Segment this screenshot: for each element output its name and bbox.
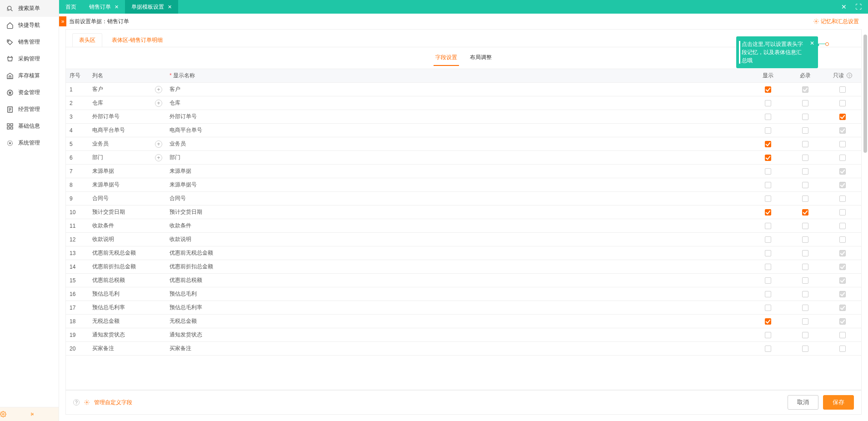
- required-checkbox[interactable]: [802, 250, 808, 256]
- add-field-button[interactable]: +: [155, 154, 162, 161]
- readonly-checkbox[interactable]: [839, 223, 846, 229]
- cell-display[interactable]: 预估总毛利: [166, 287, 749, 301]
- cell-display[interactable]: 来源单据: [166, 165, 749, 178]
- show-checkbox[interactable]: [765, 209, 771, 216]
- sidebar-item-4[interactable]: 库存核算: [0, 67, 59, 84]
- add-field-button[interactable]: +: [155, 86, 162, 93]
- required-checkbox[interactable]: [802, 346, 808, 352]
- required-checkbox[interactable]: [802, 182, 808, 188]
- cell-display[interactable]: 业务员: [166, 137, 749, 151]
- cancel-button[interactable]: 取消: [788, 395, 818, 410]
- sidebar-item-6[interactable]: 经营管理: [0, 101, 59, 118]
- show-checkbox[interactable]: [765, 141, 771, 147]
- cell-display[interactable]: 收款条件: [166, 219, 749, 233]
- close-all-tabs-button[interactable]: ✕: [838, 3, 850, 10]
- required-checkbox[interactable]: [802, 291, 808, 297]
- readonly-checkbox[interactable]: [839, 86, 846, 93]
- required-checkbox[interactable]: [802, 141, 808, 147]
- required-checkbox[interactable]: [802, 264, 808, 270]
- help-icon[interactable]: ?: [847, 73, 852, 78]
- show-checkbox[interactable]: [765, 277, 771, 284]
- cell-display[interactable]: 优惠前无税总金额: [166, 246, 749, 260]
- required-checkbox[interactable]: [802, 277, 808, 284]
- tab-0[interactable]: 首页: [59, 0, 83, 14]
- required-checkbox[interactable]: [802, 155, 808, 161]
- readonly-checkbox[interactable]: [839, 209, 846, 216]
- readonly-checkbox[interactable]: [839, 114, 846, 120]
- cell-display[interactable]: 预计交货日期: [166, 205, 749, 219]
- show-checkbox[interactable]: [765, 182, 771, 188]
- readonly-checkbox[interactable]: [839, 100, 846, 106]
- settings-button[interactable]: [0, 407, 30, 421]
- cell-display[interactable]: 仓库: [166, 96, 749, 110]
- scrollbar[interactable]: [863, 30, 867, 394]
- pill-tab-1[interactable]: 布局调整: [468, 52, 494, 66]
- sidebar-item-3[interactable]: 采购管理: [0, 50, 59, 67]
- readonly-checkbox[interactable]: [839, 332, 846, 338]
- collapse-sidebar-button[interactable]: [30, 407, 59, 421]
- show-checkbox[interactable]: [765, 114, 771, 120]
- sidebar-item-1[interactable]: 快捷导航: [0, 17, 59, 34]
- show-checkbox[interactable]: [765, 332, 771, 338]
- required-checkbox[interactable]: [802, 127, 808, 134]
- required-checkbox[interactable]: [802, 236, 808, 243]
- required-checkbox[interactable]: [802, 223, 808, 229]
- tab-close-icon[interactable]: ✕: [168, 4, 172, 10]
- expand-doc-button[interactable]: »: [59, 16, 66, 26]
- required-checkbox[interactable]: [802, 100, 808, 106]
- cell-display[interactable]: 预估总毛利率: [166, 301, 749, 315]
- cell-display[interactable]: 买家备注: [166, 342, 749, 356]
- add-field-button[interactable]: +: [155, 140, 162, 148]
- tab-1[interactable]: 销售订单✕: [83, 0, 125, 14]
- cell-display[interactable]: 优惠前折扣总金额: [166, 260, 749, 274]
- memory-summary-link[interactable]: 记忆和汇总设置: [813, 18, 859, 25]
- show-checkbox[interactable]: [765, 346, 771, 352]
- sidebar-item-7[interactable]: 基础信息: [0, 118, 59, 135]
- cell-display[interactable]: 优惠前总税额: [166, 274, 749, 287]
- readonly-checkbox[interactable]: [839, 141, 846, 147]
- save-button[interactable]: 保存: [823, 395, 854, 410]
- cell-display[interactable]: 收款说明: [166, 233, 749, 246]
- required-checkbox[interactable]: [802, 305, 808, 311]
- readonly-checkbox[interactable]: [839, 236, 846, 243]
- show-checkbox[interactable]: [765, 195, 771, 202]
- show-checkbox[interactable]: [765, 155, 771, 161]
- show-checkbox[interactable]: [765, 86, 771, 93]
- help-icon[interactable]: ?: [73, 399, 80, 406]
- subtab-0[interactable]: 表头区: [72, 33, 102, 47]
- pill-tab-0[interactable]: 字段设置: [434, 52, 459, 66]
- add-field-button[interactable]: +: [155, 100, 162, 107]
- required-checkbox[interactable]: [802, 168, 808, 175]
- cell-display[interactable]: 部门: [166, 151, 749, 165]
- required-checkbox[interactable]: [802, 195, 808, 202]
- sidebar-item-8[interactable]: 系统管理: [0, 135, 59, 151]
- show-checkbox[interactable]: [765, 305, 771, 311]
- subtab-1[interactable]: 表体区-销售订单明细: [105, 33, 170, 47]
- show-checkbox[interactable]: [765, 250, 771, 256]
- show-checkbox[interactable]: [765, 168, 771, 175]
- show-checkbox[interactable]: [765, 264, 771, 270]
- show-checkbox[interactable]: [765, 318, 771, 325]
- show-checkbox[interactable]: [765, 223, 771, 229]
- cell-display[interactable]: 电商平台单号: [166, 124, 749, 137]
- fullscreen-button[interactable]: ⛶: [853, 3, 864, 10]
- show-checkbox[interactable]: [765, 291, 771, 297]
- cell-display[interactable]: 合同号: [166, 192, 749, 205]
- readonly-checkbox[interactable]: [839, 195, 846, 202]
- show-checkbox[interactable]: [765, 236, 771, 243]
- readonly-checkbox[interactable]: [839, 155, 846, 161]
- cell-display[interactable]: 通知发货状态: [166, 328, 749, 342]
- sidebar-item-0[interactable]: 搜索菜单: [0, 0, 59, 17]
- required-checkbox[interactable]: [802, 209, 808, 216]
- tab-close-icon[interactable]: ✕: [115, 4, 119, 10]
- popover-close-button[interactable]: ✕: [810, 39, 814, 47]
- sidebar-item-5[interactable]: 资金管理: [0, 84, 59, 101]
- readonly-checkbox[interactable]: [839, 346, 846, 352]
- required-checkbox[interactable]: [802, 318, 808, 325]
- show-checkbox[interactable]: [765, 127, 771, 134]
- cell-display[interactable]: 无税总金额: [166, 315, 749, 328]
- cell-display[interactable]: 来源单据号: [166, 178, 749, 192]
- tab-2[interactable]: 单据模板设置✕: [125, 0, 178, 14]
- required-checkbox[interactable]: [802, 114, 808, 120]
- sidebar-item-2[interactable]: 销售管理: [0, 34, 59, 50]
